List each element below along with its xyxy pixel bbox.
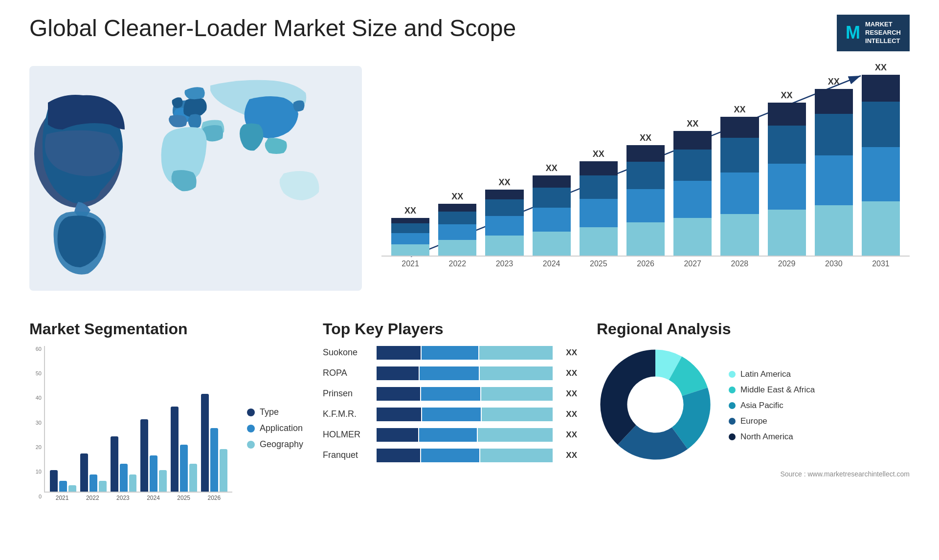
player-xx: XX (558, 451, 577, 460)
bar-segment (626, 222, 665, 256)
seg-bar-group (140, 419, 167, 491)
bar-group: XX (815, 77, 853, 256)
bar-segment (391, 218, 429, 224)
bar-segment (438, 212, 476, 224)
player-bars (377, 449, 553, 462)
growth-chart-inner: XXXXXXXXXXXXXXXXXXXXXX 20212022202320242… (381, 66, 910, 271)
seg-bar (210, 428, 218, 492)
bar-chart-area: XXXXXXXXXXXXXXXXXXXXXX (381, 66, 910, 257)
bar-segment (815, 89, 853, 114)
bar-year-label: 2024 (533, 259, 571, 268)
source-text: Source : www.marketresearchintellect.com (597, 470, 910, 478)
bar-stack (580, 161, 618, 255)
bar-segment (626, 162, 665, 189)
bar-segment (720, 214, 759, 256)
y-axis-label: 40 (29, 395, 42, 401)
bar-xx-label: XX (781, 90, 793, 101)
bar-segment (815, 155, 853, 205)
player-bar-seg (480, 449, 553, 462)
player-name: Prinsen (323, 388, 372, 399)
bar-xx-label: XX (593, 149, 604, 159)
player-bar-seg (478, 428, 553, 442)
player-bars (377, 408, 553, 421)
player-bar-seg (479, 346, 553, 360)
player-row: ROPAXX (323, 366, 577, 380)
bar-year-label: 2027 (673, 259, 712, 268)
seg-x-label: 2026 (201, 495, 227, 501)
player-name: ROPA (323, 368, 372, 378)
bar-segment (580, 227, 618, 256)
player-bar-seg (420, 366, 479, 380)
donut-legend-label: Middle East & Africa (740, 385, 815, 395)
donut-legend-dot (729, 433, 736, 440)
bar-segment (862, 102, 900, 147)
player-name: Suokone (323, 347, 372, 358)
seg-bar (89, 474, 97, 492)
bar-segment (768, 126, 806, 164)
player-name: K.F.M.R. (323, 409, 372, 419)
player-xx: XX (558, 348, 577, 358)
bar-group: XX (673, 119, 712, 256)
bar-xx-label: XX (640, 133, 651, 143)
bar-stack (768, 103, 806, 255)
bar-segment (815, 114, 853, 155)
bar-segment (438, 240, 476, 256)
players-section: Top Key Players SuokoneXXROPAXXPrinsenXX… (323, 320, 577, 501)
bar-xx-label: XX (734, 105, 745, 115)
bar-xx-label: XX (687, 119, 698, 129)
legend-dot (247, 441, 255, 449)
page-title: Global Cleaner-Loader Market Size and Sc… (29, 15, 516, 42)
seg-chart-and-x: 202120222023202420252026 (44, 346, 232, 501)
seg-bar-group (201, 394, 227, 491)
bar-segment (485, 236, 523, 255)
bar-group: XX (391, 206, 429, 256)
seg-bar (201, 394, 209, 491)
bar-group: XX (768, 90, 806, 255)
players-title: Top Key Players (323, 320, 577, 338)
bar-segment (862, 201, 900, 256)
donut-segment (627, 435, 680, 446)
seg-bar-group (80, 453, 107, 492)
y-axis-label: 50 (29, 370, 42, 376)
seg-bar (99, 481, 107, 492)
bar-segment (815, 205, 853, 255)
y-axis-label: 0 (29, 494, 42, 499)
bar-year-label: 2023 (485, 259, 523, 268)
bar-segment (673, 131, 712, 150)
segmentation-section: Market Segmentation 6050403020100 202120… (29, 320, 303, 501)
growth-chart: XXXXXXXXXXXXXXXXXXXXXX 20212022202320242… (381, 66, 910, 301)
seg-bar (59, 481, 67, 492)
donut-legend-item: Asia Pacific (729, 401, 815, 410)
seg-content: 6050403020100 202120222023202420252026 T… (29, 346, 303, 501)
donut-legend-label: Europe (740, 416, 767, 426)
players-list: SuokoneXXROPAXXPrinsenXXK.F.M.R.XXHOLMER… (323, 346, 577, 462)
donut-legend-dot (729, 402, 736, 409)
seg-title: Market Segmentation (29, 320, 303, 338)
seg-x-row: 202120222023202420252026 (44, 493, 232, 501)
bar-year-label: 2026 (626, 259, 665, 268)
legend-dot (247, 425, 255, 432)
map-labels (29, 66, 362, 291)
bottom-row: Market Segmentation 6050403020100 202120… (29, 320, 910, 501)
player-row: FranquetXX (323, 449, 577, 462)
bar-segment (391, 233, 429, 244)
bar-segment (485, 216, 523, 236)
seg-bar-group (50, 470, 76, 491)
bar-segment (720, 172, 759, 214)
bar-year-label: 2028 (720, 259, 759, 268)
player-bar-seg (377, 387, 420, 401)
bar-segment (768, 103, 806, 126)
bar-segment (673, 218, 712, 255)
legend-label: Type (260, 407, 279, 417)
player-bar-seg (422, 346, 478, 360)
seg-bar-group (111, 436, 137, 492)
donut-legend-label: Latin America (740, 369, 791, 379)
bar-segment (580, 161, 618, 175)
player-bar-seg (421, 387, 480, 401)
bar-group: XX (720, 105, 759, 256)
player-bar-seg (422, 408, 481, 421)
seg-x-label: 2024 (140, 495, 166, 501)
donut-legend-label: Asia Pacific (740, 401, 783, 410)
player-bar-seg (480, 366, 553, 380)
player-row: SuokoneXX (323, 346, 577, 360)
